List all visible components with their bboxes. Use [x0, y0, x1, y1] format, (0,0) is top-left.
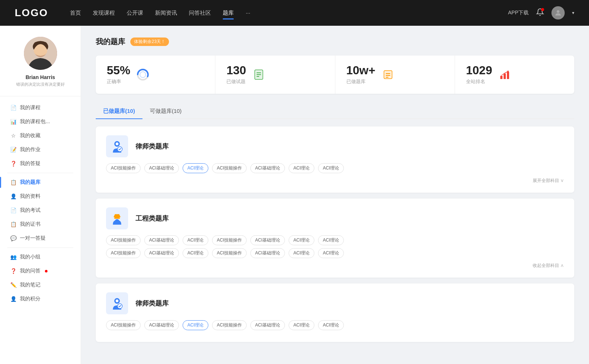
sidebar-label-4: 我的答疑	[20, 160, 40, 167]
sidebar-item-6[interactable]: 👤我的资料	[0, 189, 81, 203]
nav-link-发现课程[interactable]: 发现课程	[93, 8, 115, 18]
tag-1-1[interactable]: ACI基础理论	[144, 235, 179, 245]
tag-1-3[interactable]: ACI技能操作	[212, 235, 247, 245]
sidebar-divider	[7, 173, 73, 173]
qbank-card-2: 律师类题库 ACI技能操作ACI基础理论ACI理论ACI技能操作ACI基础理论A…	[96, 283, 574, 342]
qbank-card-0: 律师类题库 ACI技能操作ACI基础理论ACI理论ACI技能操作ACI基础理论A…	[96, 126, 574, 193]
tag2-1-3[interactable]: ACI技能操作	[212, 248, 247, 258]
tag-1-5[interactable]: ACI理论	[289, 235, 314, 245]
tags-row-0: ACI技能操作ACI基础理论ACI理论ACI技能操作ACI基础理论ACI理论AC…	[106, 163, 564, 173]
tag2-1-2[interactable]: ACI理论	[183, 248, 208, 258]
qbank-header-1: 工程类题库	[106, 207, 564, 229]
tag2-1-4[interactable]: ACI基础理论	[250, 248, 285, 258]
nav-link-问答社区[interactable]: 问答社区	[189, 8, 211, 18]
tag-0-0[interactable]: ACI技能操作	[106, 163, 141, 173]
stat-done-questions: 130 已做试题	[215, 56, 335, 94]
stat-done-banks: 10w+ 已做题库	[335, 56, 455, 94]
profile-name: Brian Harris	[25, 74, 55, 80]
sidebar-item-0[interactable]: 📄我的课程	[0, 101, 81, 115]
tag-0-6[interactable]: ACI理论	[318, 163, 344, 173]
sidebar-item-13[interactable]: 👤我的积分	[0, 292, 81, 306]
sidebar-item-10[interactable]: 👥我的小组	[0, 250, 81, 264]
menu-icon-4: ❓	[10, 161, 16, 167]
sidebar-item-4[interactable]: ❓我的答疑	[0, 157, 81, 171]
tag-0-2[interactable]: ACI理论	[183, 163, 208, 173]
nav-link-首页[interactable]: 首页	[70, 8, 81, 18]
nav-bell[interactable]	[536, 8, 544, 18]
tag-2-1[interactable]: ACI基础理论	[144, 320, 179, 330]
sidebar-label-5: 我的题库	[20, 179, 40, 186]
tag-1-6[interactable]: ACI理论	[318, 235, 344, 245]
svg-rect-17	[504, 74, 506, 79]
stat-accuracy-icon	[135, 67, 150, 82]
tag-2-3[interactable]: ACI技能操作	[212, 320, 247, 330]
nav-avatar[interactable]	[551, 6, 565, 19]
sidebar-item-5[interactable]: 📋我的题库	[0, 175, 81, 189]
expand-link-0[interactable]: 展开全部科目 ∨	[106, 176, 564, 184]
stat-done-questions-value: 130	[226, 64, 246, 76]
svg-point-5	[140, 72, 146, 78]
nav-link-新闻资讯[interactable]: 新闻资讯	[155, 8, 177, 18]
tag-2-4[interactable]: ACI基础理论	[250, 320, 285, 330]
menu-icon-9: 💬	[10, 235, 16, 241]
tag2-1-0[interactable]: ACI技能操作	[106, 248, 141, 258]
tags-row-1: ACI技能操作ACI基础理论ACI理论ACI技能操作ACI基础理论ACI理论AC…	[106, 235, 564, 245]
tag-0-1[interactable]: ACI基础理论	[144, 163, 179, 173]
qbank-icon-1	[106, 207, 128, 229]
nav-link-···[interactable]: ···	[246, 8, 250, 18]
qbank-title-1: 工程类题库	[135, 214, 169, 223]
svg-point-19	[507, 71, 509, 72]
sidebar-item-2[interactable]: ☆我的收藏	[0, 129, 81, 143]
sidebar-item-9[interactable]: 💬一对一答疑	[0, 231, 81, 245]
sidebar-label-9: 一对一答疑	[20, 235, 46, 242]
tab-1[interactable]: 可做题库(10)	[142, 104, 189, 119]
tag-1-0[interactable]: ACI技能操作	[106, 235, 141, 245]
menu-icon-12: ✏️	[10, 282, 16, 288]
qbank-card-1: 工程类题库 ACI技能操作ACI基础理论ACI理论ACI技能操作ACI基础理论A…	[96, 199, 574, 278]
notification-dot-11	[45, 270, 47, 272]
nav-logo[interactable]: LOGO	[15, 7, 48, 19]
tag-2-0[interactable]: ACI技能操作	[106, 320, 141, 330]
stat-ranking-icon	[497, 67, 512, 82]
sidebar-label-3: 我的作业	[20, 146, 40, 153]
sidebar-item-7[interactable]: 📄我的考试	[0, 203, 81, 217]
sidebar-item-11[interactable]: ❓我的问答	[0, 264, 81, 278]
nav-bell-notification-dot	[541, 8, 544, 11]
sidebar-item-8[interactable]: 📋我的证书	[0, 217, 81, 231]
tabs-row: 已做题库(10)可做题库(10)	[96, 104, 574, 119]
expand-link-1[interactable]: 收起全部科目 ∧	[106, 261, 564, 269]
qbank-header-0: 律师类题库	[106, 135, 564, 157]
tag-2-5[interactable]: ACI理论	[289, 320, 314, 330]
sidebar-item-1[interactable]: 📊我的课程包...	[0, 115, 81, 129]
menu-icon-1: 📊	[10, 119, 16, 125]
tag-0-5[interactable]: ACI理论	[289, 163, 314, 173]
page-title: 我的题库	[96, 37, 125, 47]
nav-chevron-icon[interactable]: ▾	[572, 10, 574, 15]
nav-link-公开课[interactable]: 公开课	[127, 8, 143, 18]
qbank-icon-2	[106, 292, 128, 314]
tab-0[interactable]: 已做题库(10)	[96, 104, 142, 119]
tag-2-2[interactable]: ACI理论	[183, 320, 208, 330]
sidebar-menu: 📄我的课程📊我的课程包...☆我的收藏📝我的作业❓我的答疑📋我的题库👤我的资料📄…	[0, 96, 81, 310]
tag-0-4[interactable]: ACI基础理论	[250, 163, 285, 173]
stat-done-questions-icon	[251, 67, 266, 82]
tag-0-3[interactable]: ACI技能操作	[212, 163, 247, 173]
svg-rect-18	[507, 72, 509, 79]
menu-icon-8: 📋	[10, 221, 16, 227]
tag2-1-5[interactable]: ACI理论	[289, 248, 314, 258]
menu-icon-3: 📝	[10, 147, 16, 153]
svg-point-26	[116, 300, 119, 303]
nav-app-download[interactable]: APP下载	[508, 10, 529, 16]
stats-row: 55% 正确率 130 已做试题	[96, 56, 574, 94]
nav-link-题库[interactable]: 题库	[223, 8, 234, 18]
tag-1-2[interactable]: ACI理论	[183, 235, 208, 245]
menu-icon-6: 👤	[10, 193, 16, 199]
sidebar-item-3[interactable]: 📝我的作业	[0, 143, 81, 157]
tag-1-4[interactable]: ACI基础理论	[250, 235, 285, 245]
tag-2-6[interactable]: ACI理论	[318, 320, 344, 330]
sidebar-label-7: 我的考试	[20, 207, 40, 214]
sidebar-item-12[interactable]: ✏️我的笔记	[0, 278, 81, 292]
menu-icon-5: 📋	[10, 179, 16, 185]
tag2-1-6[interactable]: ACI理论	[318, 248, 344, 258]
tag2-1-1[interactable]: ACI基础理论	[144, 248, 179, 258]
